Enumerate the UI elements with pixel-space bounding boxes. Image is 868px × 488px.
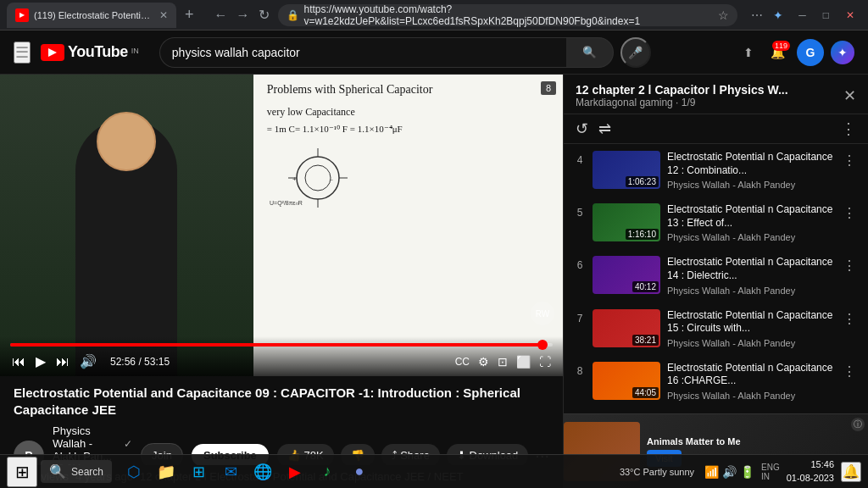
- taskbar-icon-discord[interactable]: ●: [344, 457, 375, 487]
- item-duration: 40:12: [632, 281, 659, 292]
- taskbar-icon-explorer[interactable]: 📁: [151, 457, 181, 487]
- taskbar-search[interactable]: 🔍 Search: [41, 460, 112, 483]
- item-channel: Physics Wallah - Alakh Pandey: [667, 286, 834, 296]
- network-icon[interactable]: 📶: [704, 465, 719, 479]
- taskbar-icon-edge[interactable]: ⬡: [119, 457, 149, 487]
- hamburger-menu[interactable]: ☰: [14, 42, 31, 64]
- minimize-button[interactable]: ─: [792, 6, 813, 25]
- taskbar-icon-mail[interactable]: ✉: [215, 457, 246, 487]
- ad-title: Animals Matter to Me: [647, 436, 861, 446]
- user-avatar[interactable]: G: [797, 39, 824, 66]
- video-badge: 8: [541, 81, 556, 95]
- item-info: Electrostatic Potential n Capacitance 16…: [667, 362, 834, 401]
- item-title: Electrostatic Potential n Capacitance 13…: [667, 203, 834, 230]
- forward-button[interactable]: →: [233, 4, 253, 26]
- browser-navigation: ← → ↻: [211, 3, 273, 26]
- navbar-right-actions: ⬆ 🔔 119 G ✦: [738, 39, 854, 66]
- copilot-btn[interactable]: ✦: [770, 5, 787, 25]
- youtube-play-triangle: [48, 48, 57, 57]
- item-number: 8: [574, 365, 586, 377]
- notification-center-button[interactable]: 🔔: [841, 462, 861, 482]
- input-language[interactable]: ENG IN: [761, 463, 780, 481]
- playlist-repeat-button[interactable]: ↺: [576, 119, 588, 138]
- system-time[interactable]: 15:46 01-08-2023: [787, 458, 834, 485]
- theater-button[interactable]: ⬜: [515, 353, 532, 370]
- active-tab[interactable]: ▶ (119) Electrostatic Potential and... ✕: [7, 3, 176, 28]
- item-more-button[interactable]: ⋮: [841, 309, 858, 329]
- item-thumbnail: 38:21: [593, 309, 660, 347]
- back-button[interactable]: ←: [211, 4, 231, 26]
- item-info: Electrostatic Potential n Capacitance 12…: [667, 151, 834, 190]
- address-bar[interactable]: 🔒 https://www.youtube.com/watch?v=w1e2kd…: [278, 4, 738, 26]
- battery-icon[interactable]: 🔋: [740, 465, 754, 479]
- subtitles-button[interactable]: CC: [453, 354, 471, 369]
- playlist-item[interactable]: 5 1:16:10 Electrostatic Potential n Capa…: [564, 197, 868, 249]
- play-pause-button[interactable]: ▶: [34, 352, 47, 371]
- search-button[interactable]: 🔍: [566, 37, 614, 68]
- volume-button[interactable]: 🔊: [78, 352, 98, 371]
- playlist-more-button[interactable]: ⋮: [841, 119, 856, 138]
- skip-forward-button[interactable]: ⏭: [54, 352, 71, 371]
- playlist-item[interactable]: 9 22:44 Electrostatic Potential n Capaci…: [564, 408, 868, 413]
- taskbar-icon-chrome[interactable]: 🌐: [248, 457, 278, 487]
- total-time: 53:15: [144, 356, 170, 368]
- item-more-button[interactable]: ⋮: [841, 362, 858, 381]
- new-tab-button[interactable]: +: [180, 6, 199, 24]
- right-controls: CC ⚙ ⊡ ⬜ ⛶: [453, 353, 553, 370]
- video-player[interactable]: Problems with Spherical Capacitor very l…: [0, 75, 563, 376]
- playlist-item[interactable]: 8 44:05 Electrostatic Potential n Capaci…: [564, 355, 868, 408]
- clock-time: 15:46: [787, 458, 834, 471]
- progress-bar[interactable]: [10, 343, 553, 347]
- browser-tabs: ▶ (119) Electrostatic Potential and... ✕…: [7, 3, 199, 28]
- video-title: Electrostatic Potential and Capacitance …: [14, 385, 549, 418]
- channel-watermark: RW: [531, 302, 554, 325]
- playlist-close-button[interactable]: ✕: [843, 86, 856, 105]
- browser-bar: ▶ (119) Electrostatic Potential and... ✕…: [0, 0, 868, 30]
- main-content: Problems with Spherical Capacitor very l…: [0, 75, 868, 488]
- progress-fill: [10, 343, 544, 347]
- playlist-header: 12 chapter 2 l Capacitor l Physics W... …: [564, 75, 868, 114]
- youtube-logo[interactable]: YouTube IN: [41, 43, 139, 61]
- playlist-controls: ↺ ⇌ ⋮: [564, 114, 868, 144]
- controls-row: ⏮ ▶ ⏭ 🔊 52:56 / 53:15 CC ⚙ ⊡ ⬜: [10, 352, 553, 371]
- language-label: ENG: [761, 463, 780, 472]
- svg-point-1: [305, 165, 331, 191]
- notifications-button[interactable]: 🔔 119: [765, 41, 790, 64]
- settings-button[interactable]: ⚙: [476, 353, 491, 370]
- maximize-button[interactable]: □: [816, 6, 836, 25]
- browser-extension-btn[interactable]: ⋯: [748, 5, 766, 25]
- item-channel: Physics Wallah - Alakh Pandey: [667, 232, 834, 242]
- taskbar-icon-youtube[interactable]: ▶: [280, 457, 310, 487]
- window-controls: ─ □ ✕: [792, 6, 861, 25]
- search-bar: 🔍 🎤: [159, 37, 651, 68]
- whiteboard-line2: = 1m C= 1.1×10⁻¹⁰ F = 1.1×10⁻⁴μF: [267, 124, 549, 135]
- taskbar-icon-store[interactable]: ⊞: [183, 457, 214, 487]
- tab-close-icon[interactable]: ✕: [159, 9, 168, 21]
- playlist-item[interactable]: 6 40:12 Electrostatic Potential n Capaci…: [564, 249, 868, 302]
- upload-button[interactable]: ⬆: [738, 41, 759, 64]
- item-number: 4: [574, 154, 586, 166]
- video-frame: Problems with Spherical Capacitor very l…: [0, 75, 563, 376]
- video-info: Electrostatic Potential and Capacitance …: [0, 376, 563, 465]
- miniplayer-button[interactable]: ⊡: [496, 353, 509, 370]
- close-window-button[interactable]: ✕: [839, 6, 861, 25]
- search-input[interactable]: [159, 37, 566, 68]
- skip-back-button[interactable]: ⏮: [10, 352, 27, 371]
- start-button[interactable]: ⊞: [7, 457, 37, 487]
- ad-info-icon[interactable]: ⓘ: [851, 418, 865, 431]
- voice-search-button[interactable]: 🎤: [620, 37, 651, 68]
- copilot-icon[interactable]: ✦: [831, 41, 854, 64]
- fullscreen-button[interactable]: ⛶: [537, 353, 553, 370]
- taskbar-icon-spotify[interactable]: ♪: [312, 457, 342, 487]
- item-more-button[interactable]: ⋮: [841, 203, 858, 223]
- weather-desc-text: Partly sunny: [643, 467, 695, 477]
- bookmark-icon[interactable]: ☆: [718, 8, 729, 22]
- item-more-button[interactable]: ⋮: [841, 256, 858, 275]
- item-info: Electrostatic Potential n Capacitance 15…: [667, 309, 834, 348]
- volume-icon[interactable]: 🔊: [722, 465, 737, 479]
- playlist-shuffle-button[interactable]: ⇌: [598, 119, 611, 138]
- playlist-item[interactable]: 4 1:06:23 Electrostatic Potential n Capa…: [564, 144, 868, 197]
- playlist-item[interactable]: 7 38:21 Electrostatic Potential n Capaci…: [564, 302, 868, 355]
- item-more-button[interactable]: ⋮: [841, 151, 858, 170]
- refresh-button[interactable]: ↻: [255, 3, 273, 26]
